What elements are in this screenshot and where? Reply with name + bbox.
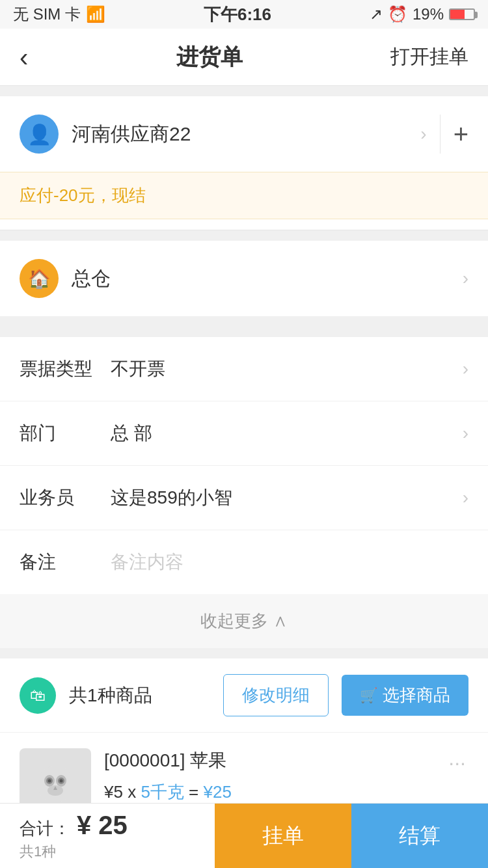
- nav-title: 进货单: [176, 42, 243, 72]
- svg-point-5: [48, 780, 51, 783]
- warehouse-chevron-icon: ›: [463, 268, 468, 289]
- carrier-label: 无 SIM 卡: [13, 4, 81, 25]
- notice-text: 应付-20元，现结: [20, 185, 146, 205]
- bag-icon: 🛍: [30, 686, 46, 705]
- person-icon: 👤: [27, 123, 51, 146]
- status-bar: 无 SIM 卡 📶 下午6:16 ↗ ⏰ 19%: [0, 0, 488, 29]
- home-icon: 🏠: [28, 268, 51, 290]
- staff-row[interactable]: 业务员 这是859的小智 ›: [0, 466, 488, 530]
- status-right: ↗ ⏰ 19%: [370, 5, 475, 23]
- total-label: 合计：: [20, 817, 70, 840]
- product-code: [0000001]: [104, 750, 190, 770]
- warehouse-name: 总仓: [72, 265, 463, 292]
- dept-row[interactable]: 部门 总 部 ›: [0, 401, 488, 466]
- bottom-bar: 合计： ¥ 25 共1种 挂单 结算: [0, 803, 488, 868]
- staff-value: 这是859的小智: [111, 485, 463, 510]
- warehouse-section: 🏠 总仓 ›: [0, 241, 488, 316]
- product-header: 🛍 共1种商品 修改明细 🛒 选择商品: [0, 658, 488, 733]
- alarm-icon: ⏰: [388, 5, 407, 23]
- supplier-section: 👤 河南供应商22 › + 应付-20元，现结: [0, 96, 488, 230]
- dept-value: 总 部: [111, 421, 463, 446]
- add-supplier-button[interactable]: +: [454, 120, 468, 149]
- product-title: 苹果: [190, 750, 226, 770]
- total-count: 共1种: [20, 840, 195, 861]
- total-row: 合计： ¥ 25: [20, 811, 195, 840]
- product-price: ¥5 x 5千克 = ¥25: [104, 781, 433, 804]
- battery-icon: [449, 8, 475, 20]
- battery-label: 19%: [413, 5, 444, 23]
- supplier-actions: › +: [420, 115, 468, 154]
- nav-bar: ‹ 进货单 打开挂单: [0, 29, 488, 86]
- warehouse-icon: 🏠: [20, 259, 59, 298]
- total-amount: ¥ 25: [77, 811, 128, 840]
- invoice-chevron-icon: ›: [463, 359, 468, 379]
- supplier-name: 河南供应商22: [72, 121, 420, 148]
- unit-price: ¥5 x: [104, 782, 141, 802]
- back-button[interactable]: ‹: [20, 44, 28, 70]
- spacer2: [0, 230, 488, 241]
- remark-row[interactable]: 备注 备注内容: [0, 530, 488, 594]
- product-icon: 🛍: [20, 677, 56, 714]
- main-content: 👤 河南供应商22 › + 应付-20元，现结 🏠 总仓 › 票据类型: [0, 86, 488, 868]
- supplier-row[interactable]: 👤 河南供应商22 › +: [0, 96, 488, 172]
- invoice-type-label: 票据类型: [20, 357, 111, 381]
- invoice-type-value: 不开票: [111, 357, 463, 381]
- total-price: ¥25: [203, 782, 231, 802]
- edit-detail-button[interactable]: 修改明细: [223, 674, 329, 716]
- staff-label: 业务员: [20, 485, 111, 510]
- status-time: 下午6:16: [204, 3, 271, 26]
- product-info: [0000001] 苹果 ¥5 x 5千克 = ¥25: [104, 748, 433, 804]
- total-count-label: 共1种: [20, 843, 56, 860]
- notice-bar: 应付-20元，现结: [0, 172, 488, 219]
- invoice-type-row[interactable]: 票据类型 不开票 ›: [0, 337, 488, 401]
- remark-input[interactable]: 备注内容: [111, 550, 468, 575]
- svg-point-6: [60, 780, 63, 783]
- supplier-chevron-icon: ›: [420, 124, 426, 144]
- cart-icon: 🛒: [360, 687, 377, 704]
- svg-point-0: [37, 766, 74, 802]
- spacer3: [0, 327, 488, 337]
- total-section: 合计： ¥ 25 共1种: [0, 804, 215, 868]
- status-left: 无 SIM 卡 📶: [13, 4, 105, 25]
- hang-button[interactable]: 挂单: [215, 804, 351, 868]
- collapse-label: 收起更多 ∧: [200, 611, 287, 631]
- dept-label: 部门: [20, 421, 111, 446]
- warehouse-row[interactable]: 🏠 总仓 ›: [0, 241, 488, 316]
- checkout-button[interactable]: 结算: [351, 804, 488, 868]
- product-count: 共1种商品: [69, 683, 210, 708]
- product-more-button[interactable]: ···: [446, 748, 468, 778]
- remark-label: 备注: [20, 550, 111, 575]
- location-icon: ↗: [370, 5, 383, 23]
- open-hang-button[interactable]: 打开挂单: [390, 44, 468, 70]
- dept-chevron-icon: ›: [463, 423, 468, 444]
- wifi-icon: 📶: [86, 5, 105, 23]
- staff-chevron-icon: ›: [463, 487, 468, 508]
- quantity: 5千克: [141, 782, 183, 802]
- equals: =: [184, 782, 204, 802]
- collapse-bar[interactable]: 收起更多 ∧: [0, 594, 488, 648]
- product-name: [0000001] 苹果: [104, 748, 433, 773]
- supplier-avatar: 👤: [20, 115, 59, 154]
- spacer: [0, 86, 488, 96]
- form-section: 票据类型 不开票 › 部门 总 部 › 业务员 这是859的小智 › 备注 备注…: [0, 337, 488, 594]
- select-product-label: 选择商品: [383, 684, 450, 707]
- select-product-button[interactable]: 🛒 选择商品: [342, 675, 468, 716]
- vertical-divider: [440, 115, 441, 154]
